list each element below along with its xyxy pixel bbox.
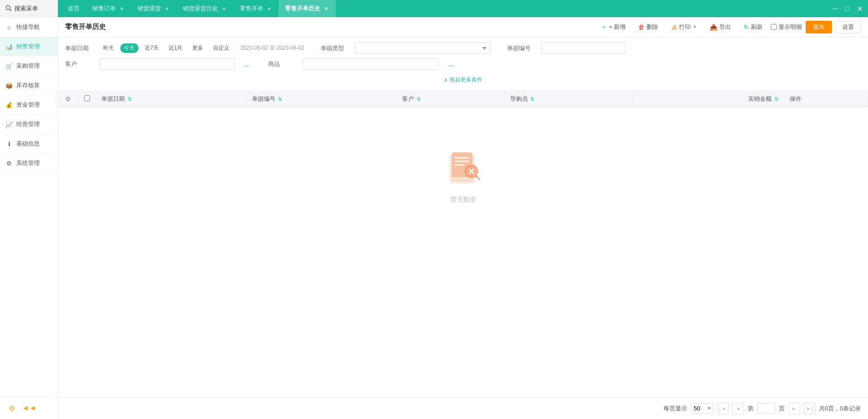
coin-icon: 💰 <box>5 101 13 108</box>
date-custom[interactable]: 自定义 <box>209 43 233 53</box>
last-page-btn[interactable]: ►| <box>804 403 816 414</box>
tab-retail-open-close[interactable]: ✕ <box>266 5 272 12</box>
date-options: 昨天 今天 近7天 近1月 更多 自定义 <box>100 43 233 53</box>
date-1month[interactable]: 近1月 <box>165 43 186 53</box>
first-page-btn[interactable]: |◄ <box>717 403 729 414</box>
per-page-select[interactable]: 50 10 20 100 <box>691 403 713 414</box>
select-all-checkbox[interactable] <box>84 95 90 101</box>
pagination: 每页显示 50 10 20 100 |◄ ◄ 第 1 页 ► ►| 共0页，0条… <box>58 397 868 419</box>
goods-filter-input[interactable] <box>303 58 438 70</box>
date-today[interactable]: 今天 <box>120 43 138 53</box>
th-date: 单据日期 ⇅ <box>96 91 247 107</box>
date-more[interactable]: 更多 <box>189 43 207 53</box>
page-number-input[interactable]: 1 <box>757 403 775 414</box>
query-button[interactable]: 查询 <box>806 21 832 33</box>
number-filter-input[interactable] <box>541 42 626 54</box>
collapse-more-btn[interactable]: ∧ 收起更多条件 <box>440 74 486 85</box>
print-button[interactable]: 🖨 打印 ▼ <box>666 21 702 33</box>
display-detail-label: 显示明细 <box>778 23 802 31</box>
th-settings: ⚙ <box>58 91 79 107</box>
amount-sort-icon[interactable]: ⇅ <box>774 96 778 102</box>
tab-retail-open-history-label: 零售开单历史 <box>285 5 320 13</box>
type-filter-label: 单据类型 <box>321 44 348 52</box>
sidebar-item-label: 系统管理 <box>16 159 40 167</box>
chart-icon: 📊 <box>5 43 13 50</box>
customer-filter-label: 客户 <box>65 60 92 68</box>
refresh-label: 刷新 <box>751 23 763 31</box>
tab-sales-order-label: 销售订单 <box>92 5 116 13</box>
th-action: 操作 <box>784 91 868 107</box>
table-settings-btn[interactable]: ⚙ <box>63 94 73 104</box>
next-page-btn[interactable]: ► <box>788 403 800 414</box>
sidebar-search-label: 搜索采单 <box>14 5 38 13</box>
tab-sales-return-close[interactable]: ✕ <box>164 5 170 12</box>
settings-bottom-btn[interactable]: ⚙ <box>5 402 18 414</box>
tab-sales-return-history-close[interactable]: ✕ <box>221 5 227 12</box>
type-filter-select[interactable] <box>355 42 491 54</box>
collapse-sidebar-btn[interactable]: ◄◄ <box>23 402 35 414</box>
tab-retail-open-label: 零售开单 <box>240 5 263 13</box>
minimize-btn[interactable]: ─ <box>831 4 840 14</box>
display-detail-input[interactable] <box>771 24 777 30</box>
sidebar-item-sales-mgmt[interactable]: 📊 销售管理 <box>0 37 57 56</box>
delete-label: 删除 <box>646 23 658 31</box>
sidebar-item-inventory[interactable]: 📦 库存核算 <box>0 76 57 95</box>
delete-button[interactable]: 🗑 删除 <box>634 21 663 33</box>
goods-ellipsis-btn[interactable]: ... <box>446 60 455 68</box>
th-customer-label: 客户 <box>402 95 414 102</box>
print-icon: 🖨 <box>671 24 677 31</box>
th-amount: 实销金额 ⇅ <box>634 91 784 107</box>
tab-home[interactable]: 首页 <box>62 0 86 17</box>
th-date-label: 单据日期 <box>101 95 125 102</box>
guide-sort-icon[interactable]: ⇅ <box>530 96 534 102</box>
sidebar-item-operations[interactable]: 📈 经营管理 <box>0 115 57 134</box>
prev-page-btn[interactable]: ◄ <box>732 403 744 414</box>
filter-area: 单据日期 昨天 今天 近7天 近1月 更多 自定义 2023-06-02 至 2… <box>58 37 868 91</box>
customer-filter-input[interactable] <box>100 58 235 70</box>
tab-sales-order-close[interactable]: ✕ <box>119 5 125 12</box>
th-checkbox <box>79 91 96 107</box>
export-button[interactable]: 📤 导出 <box>705 21 735 33</box>
table-area: ⚙ 单据日期 ⇅ 单据编号 ⇅ 客户 ⇅ <box>58 91 868 397</box>
settings-button[interactable]: 设置 <box>835 21 861 33</box>
date-range-display: 2023-06-02 至 2023-06-02 <box>240 44 304 52</box>
th-customer: 客户 ⇅ <box>397 91 504 107</box>
sidebar-item-purchase-mgmt[interactable]: 🛒 采购管理 <box>0 56 57 76</box>
number-sort-icon[interactable]: ⇅ <box>278 96 282 102</box>
tab-sales-order[interactable]: 销售订单 ✕ <box>86 0 131 17</box>
tab-sales-return[interactable]: 销货退货 ✕ <box>131 0 176 17</box>
collapse-up-icon: ∧ <box>444 77 448 83</box>
tab-retail-open-history[interactable]: 零售开单历史 ✕ <box>279 0 336 17</box>
tab-retail-open-history-close[interactable]: ✕ <box>323 5 329 12</box>
export-label: 导出 <box>719 23 731 31</box>
add-button[interactable]: ＋ + 新增 <box>596 21 630 33</box>
customer-sort-icon[interactable]: ⇅ <box>417 96 421 102</box>
sidebar-item-system[interactable]: ⚙ 系统管理 <box>0 154 57 173</box>
sidebar-item-finance[interactable]: 💰 资金管理 <box>0 95 57 115</box>
refresh-icon: ↻ <box>744 24 749 31</box>
close-btn[interactable]: ✕ <box>855 4 864 14</box>
sidebar-item-label: 快捷导航 <box>16 23 40 31</box>
main-content: 首页 销售订单 ✕ 销货退货 ✕ 销货退货历史 ✕ 零售开单 ✕ 零售开单历史 … <box>58 0 868 419</box>
print-label: 打印 <box>679 23 691 31</box>
date-yesterday[interactable]: 昨天 <box>100 43 118 53</box>
display-detail-checkbox[interactable]: 显示明细 <box>771 23 802 31</box>
page-prefix-label: 第 <box>748 405 754 413</box>
maximize-btn[interactable]: □ <box>843 4 851 14</box>
date-sort-icon[interactable]: ⇅ <box>128 96 132 102</box>
sidebar-item-basic-info[interactable]: ℹ 基础信息 <box>0 134 57 154</box>
sidebar-bottom: ⚙ ◄◄ <box>0 397 57 419</box>
tab-retail-open[interactable]: 零售开单 ✕ <box>233 0 279 17</box>
empty-state: 暂无数据 <box>58 107 868 240</box>
settings-icon: ⚙ <box>5 160 13 167</box>
date-7days[interactable]: 近7天 <box>141 43 162 53</box>
add-label: + 新增 <box>609 23 626 31</box>
sidebar-item-quick-nav[interactable]: ⌂ 快捷导航 <box>0 18 57 37</box>
sidebar-search-btn[interactable]: 搜索采单 <box>0 0 57 18</box>
tab-sales-return-history[interactable]: 销货退货历史 ✕ <box>176 0 233 17</box>
customer-ellipsis-btn[interactable]: ... <box>242 60 252 68</box>
sidebar-item-label: 资金管理 <box>16 101 40 109</box>
toolbar: 零售开单历史 ＋ + 新增 🗑 删除 🖨 打印 ▼ 📤 导出 ↻ 刷新 <box>58 17 868 37</box>
filter-collapse-row: ∧ 收起更多条件 <box>65 74 861 85</box>
refresh-button[interactable]: ↻ 刷新 <box>739 21 767 33</box>
